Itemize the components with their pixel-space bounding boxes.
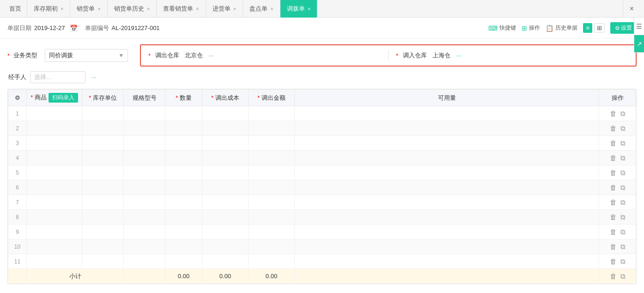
tab-stocktake[interactable]: 盘点单 × <box>243 0 280 18</box>
data-cell[interactable] <box>124 210 165 225</box>
data-cell[interactable] <box>295 210 599 225</box>
window-close-button[interactable]: × <box>623 0 640 18</box>
tab-close-icon[interactable]: × <box>97 6 100 12</box>
data-cell[interactable] <box>124 254 165 269</box>
data-cell[interactable] <box>27 225 82 239</box>
data-cell[interactable] <box>165 106 202 121</box>
data-cell[interactable] <box>249 254 295 269</box>
settings-button[interactable]: ⚙ 设置 <box>610 22 637 34</box>
data-cell[interactable] <box>82 165 124 180</box>
data-cell[interactable] <box>165 136 202 151</box>
delete-icon[interactable]: 🗑 <box>610 169 617 177</box>
layout-list-btn[interactable]: ≡ <box>583 23 592 33</box>
copy-icon[interactable]: ⧉ <box>620 110 626 118</box>
person-more-icon[interactable]: ··· <box>91 73 97 81</box>
data-cell[interactable] <box>27 195 82 210</box>
data-cell[interactable] <box>295 225 599 239</box>
copy-icon[interactable]: ⧉ <box>620 243 626 251</box>
business-type-select[interactable]: 同价调拨 ▼ <box>45 49 128 62</box>
data-cell[interactable] <box>165 210 202 225</box>
data-cell[interactable] <box>27 180 82 195</box>
data-cell[interactable] <box>295 106 599 121</box>
data-cell[interactable] <box>295 195 599 210</box>
copy-icon[interactable]: ⧉ <box>620 169 626 177</box>
data-cell[interactable] <box>165 180 202 195</box>
delete-icon[interactable]: 🗑 <box>610 154 617 162</box>
copy-icon[interactable]: ⧉ <box>620 272 626 281</box>
data-cell[interactable] <box>165 151 202 165</box>
data-cell[interactable] <box>82 225 124 239</box>
data-cell[interactable] <box>202 180 249 195</box>
copy-icon[interactable]: ⧉ <box>620 198 626 207</box>
data-cell[interactable] <box>295 165 599 180</box>
data-cell[interactable] <box>124 239 165 254</box>
tab-view-sales[interactable]: 查看销货单 × <box>157 0 206 18</box>
copy-icon[interactable]: ⧉ <box>620 213 626 221</box>
delete-icon[interactable]: 🗑 <box>610 124 617 132</box>
data-cell[interactable] <box>249 210 295 225</box>
data-cell[interactable] <box>27 136 82 151</box>
copy-icon[interactable]: ⧉ <box>620 154 626 162</box>
copy-icon[interactable]: ⧉ <box>620 139 626 147</box>
tab-sales-history[interactable]: 销货单历史 × <box>108 0 157 18</box>
data-cell[interactable] <box>124 225 165 239</box>
data-cell[interactable] <box>295 121 599 136</box>
tab-close-icon[interactable]: × <box>270 6 273 12</box>
data-cell[interactable] <box>202 210 249 225</box>
sidebar-list-icon[interactable]: ☰ <box>634 18 644 35</box>
data-cell[interactable] <box>249 195 295 210</box>
copy-icon[interactable]: ⧉ <box>620 257 626 266</box>
tab-transfer[interactable]: 调拨单 × <box>280 0 317 18</box>
data-cell[interactable] <box>165 239 202 254</box>
data-cell[interactable] <box>27 106 82 121</box>
data-cell[interactable] <box>124 165 165 180</box>
data-cell[interactable] <box>295 136 599 151</box>
data-cell[interactable] <box>249 136 295 151</box>
delete-icon[interactable]: 🗑 <box>610 198 617 206</box>
data-cell[interactable] <box>27 151 82 165</box>
shortcut-action[interactable]: ⌨ 快捷键 <box>488 24 516 32</box>
tab-close-icon[interactable]: × <box>308 6 310 12</box>
delete-icon[interactable]: 🗑 <box>610 257 617 265</box>
data-cell[interactable] <box>82 151 124 165</box>
data-cell[interactable] <box>202 225 249 239</box>
tab-close-icon[interactable]: × <box>147 6 150 12</box>
scan-button[interactable]: 扫码录入 <box>49 93 78 103</box>
data-cell[interactable] <box>249 151 295 165</box>
warehouse-out-more-icon[interactable]: ··· <box>208 52 214 59</box>
data-cell[interactable] <box>202 136 249 151</box>
delete-icon[interactable]: 🗑 <box>610 243 617 250</box>
calendar-icon[interactable]: 📅 <box>70 24 78 32</box>
tab-inventory-init[interactable]: 库存期初 × <box>27 0 70 18</box>
data-cell[interactable] <box>249 180 295 195</box>
data-cell[interactable] <box>124 180 165 195</box>
tab-purchase[interactable]: 进货单 × <box>206 0 243 18</box>
data-cell[interactable] <box>27 121 82 136</box>
data-cell[interactable] <box>202 254 249 269</box>
data-cell[interactable] <box>295 180 599 195</box>
data-cell[interactable] <box>202 239 249 254</box>
operation-action[interactable]: ⊞ 操作 <box>522 24 540 32</box>
tab-close-icon[interactable]: × <box>233 6 236 12</box>
tab-close-icon[interactable]: × <box>61 6 63 12</box>
data-cell[interactable] <box>82 106 124 121</box>
data-cell[interactable] <box>165 195 202 210</box>
delete-icon[interactable]: 🗑 <box>610 183 617 191</box>
data-cell[interactable] <box>165 225 202 239</box>
delete-icon[interactable]: 🗑 <box>610 272 617 280</box>
delete-icon[interactable]: 🗑 <box>610 228 617 236</box>
data-cell[interactable] <box>82 180 124 195</box>
data-cell[interactable] <box>82 254 124 269</box>
person-input[interactable]: 选择... <box>30 71 85 83</box>
data-cell[interactable] <box>249 121 295 136</box>
sidebar-export-icon[interactable]: ↗ <box>634 35 644 53</box>
data-cell[interactable] <box>249 165 295 180</box>
copy-icon[interactable]: ⧉ <box>620 228 626 236</box>
data-cell[interactable] <box>124 121 165 136</box>
data-cell[interactable] <box>82 136 124 151</box>
copy-icon[interactable]: ⧉ <box>620 183 626 192</box>
data-cell[interactable] <box>82 210 124 225</box>
data-cell[interactable] <box>165 165 202 180</box>
data-cell[interactable] <box>165 254 202 269</box>
data-cell[interactable] <box>27 165 82 180</box>
